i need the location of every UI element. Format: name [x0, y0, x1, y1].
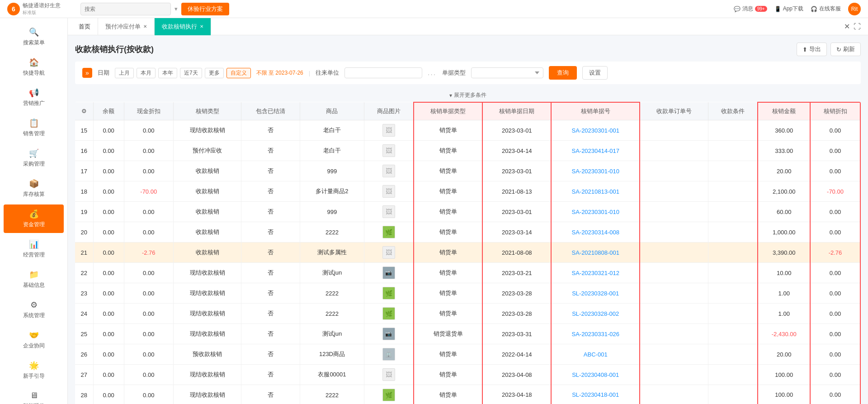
table-row[interactable]: 28 0.00 0.00 现结收款核销 否 2222 🌿 销货单 2023-04… [75, 385, 860, 404]
row-included: 否 [241, 283, 300, 304]
voucher-type-select[interactable] [471, 67, 543, 78]
row-voucher-no[interactable]: SL-20230328-001 [551, 283, 640, 304]
maximize-btn[interactable]: ⛶ [854, 23, 861, 31]
table-row[interactable]: 18 0.00 -70.00 收款核销 否 多计量商品2 🖼 销货单 2021-… [75, 181, 860, 202]
date-btn-last-month[interactable]: 上月 [115, 68, 134, 78]
row-balance: 0.00 [93, 385, 124, 404]
row-voucher-no[interactable]: SL-20230418-001 [551, 385, 640, 404]
row-writeoff-amount: 360.00 [758, 120, 810, 141]
table-row[interactable]: 26 0.00 0.00 预收款核销 否 123D商品 🏢 销货单 2022-0… [75, 344, 860, 365]
sidebar-item-operations[interactable]: 📊 经营管理 [4, 235, 64, 263]
expand-conditions-btn[interactable]: ▾ 展开更多条件 [449, 91, 486, 99]
row-voucher-no[interactable]: SL-20230328-002 [551, 304, 640, 324]
date-btn-7days[interactable]: 近7天 [180, 68, 202, 78]
sidebar-item-system[interactable]: ⚙ 系统管理 [4, 295, 64, 324]
voucher-no-link[interactable]: SA-20230331-026 [571, 331, 619, 337]
voucher-no-link[interactable]: SA-20230414-017 [571, 147, 619, 154]
row-voucher-report-type: 销货单 [414, 120, 482, 141]
table-row[interactable]: 15 0.00 0.00 现结收款核销 否 老白干 🖼 销货单 2023-03-… [75, 120, 860, 141]
row-voucher-no[interactable]: SA-20230314-008 [551, 222, 640, 242]
refresh-btn[interactable]: ↻ 刷新 [830, 43, 861, 56]
table-row[interactable]: 25 0.00 0.00 现结收款核销 否 测试jun 📷 销货退货单 2023… [75, 324, 860, 344]
sidebar-item-guide[interactable]: 🌟 新手引导 [4, 356, 64, 385]
row-voucher-date: 2022-04-14 [482, 344, 551, 365]
row-voucher-no[interactable]: SA-20210813-001 [551, 181, 640, 202]
date-btn-more[interactable]: 更多 [205, 68, 224, 78]
table-row[interactable]: 16 0.00 0.00 预付冲应收 否 老白干 🖼 销货单 2023-04-1… [75, 141, 860, 161]
chevron-down-icon: ▾ [175, 5, 178, 12]
row-voucher-no[interactable]: SA-20230301-010 [551, 161, 640, 181]
date-btn-this-year[interactable]: 本年 [158, 68, 177, 78]
row-included: 否 [241, 120, 300, 141]
table-row[interactable]: 21 0.00 -2.76 收款核销 否 测试多属性 🖼 销货单 2021-08… [75, 242, 860, 263]
online-service-btn[interactable]: 🎧 在线客服 [811, 5, 841, 13]
search-input[interactable] [80, 3, 171, 15]
row-writeoff-type: 预收款核销 [173, 344, 241, 365]
sidebar-item-basic[interactable]: 📁 基础信息 [4, 265, 64, 294]
row-voucher-no[interactable]: SA-20210808-001 [551, 242, 640, 263]
sidebar-label-quicknav: 快捷导航 [23, 69, 45, 77]
table-row[interactable]: 23 0.00 0.00 现结收款核销 否 2222 🌿 销货单 2023-03… [75, 283, 860, 304]
col-settings[interactable]: ⚙ [75, 102, 93, 120]
row-voucher-no[interactable]: SA-20230301-001 [551, 120, 640, 141]
export-btn[interactable]: ⬆ 导出 [797, 43, 827, 56]
row-voucher-no[interactable]: SA-20230414-017 [551, 141, 640, 161]
table-row[interactable]: 27 0.00 0.00 现结收款核销 否 衣服00001 🖼 销货单 2023… [75, 365, 860, 385]
close-window-btn[interactable]: ✕ [844, 22, 850, 31]
row-product: 测试jun [300, 263, 364, 283]
row-voucher-report-type: 销货单 [414, 365, 482, 385]
voucher-no-link[interactable]: SL-20230328-002 [572, 310, 619, 317]
voucher-no-link[interactable]: SL-20230408-001 [572, 371, 619, 378]
row-voucher-no[interactable]: ABC-001 [551, 344, 640, 365]
voucher-no-link[interactable]: SA-20210808-001 [571, 249, 619, 256]
row-voucher-no[interactable]: SA-20230331-026 [551, 324, 640, 344]
voucher-no-link[interactable]: SA-20230314-008 [571, 229, 619, 236]
app-download-btn[interactable]: 📱 App下载 [774, 5, 803, 13]
partner-input[interactable] [344, 67, 422, 78]
sidebar-item-search[interactable]: 🔍 搜索菜单 [4, 23, 64, 51]
table-row[interactable]: 24 0.00 0.00 现结收款核销 否 2222 🌿 销货单 2023-03… [75, 304, 860, 324]
service-icon: 🎧 [811, 6, 817, 12]
search-btn[interactable]: 查询 [549, 66, 577, 80]
sidebar-item-finance[interactable]: 💰 资金管理 [4, 204, 64, 233]
sidebar-item-quicknav[interactable]: 🏠 快捷导航 [4, 53, 64, 81]
sidebar-item-hardware[interactable]: 🖥 智能硬件 [4, 386, 64, 404]
voucher-no-link[interactable]: ABC-001 [584, 351, 608, 358]
date-btn-this-month[interactable]: 本月 [137, 68, 156, 78]
sidebar-item-collab[interactable]: 🤝 企业协同 [4, 326, 64, 354]
voucher-no-link[interactable]: SL-20230418-001 [572, 391, 619, 398]
table-row[interactable]: 17 0.00 0.00 收款核销 否 999 🖼 销货单 2023-03-01… [75, 161, 860, 181]
table-row[interactable]: 22 0.00 0.00 现结收款核销 否 测试jun 📷 销货单 2023-0… [75, 263, 860, 283]
tab-prepay-close[interactable]: ✕ [143, 24, 147, 29]
row-voucher-no[interactable]: SL-20230408-001 [551, 365, 640, 385]
voucher-no-link[interactable]: SA-20210813-001 [571, 188, 619, 195]
row-voucher-no[interactable]: SA-20230321-012 [551, 263, 640, 283]
sidebar-item-purchase[interactable]: 🛒 采购管理 [4, 144, 64, 172]
messages-btn[interactable]: 💬 消息 99+ [734, 5, 767, 13]
date-btn-custom[interactable]: 自定义 [226, 68, 251, 78]
tab-home[interactable]: 首页 [71, 18, 98, 35]
sidebar-item-sales[interactable]: 📋 销售管理 [4, 114, 64, 142]
tab-receipt[interactable]: 收款核销执行 ✕ [155, 18, 211, 35]
sidebar-item-inventory[interactable]: 📦 库存核算 [4, 174, 64, 203]
filter-settings-btn[interactable]: 设置 [582, 66, 608, 80]
page-content: 收款核销执行(按收款) ⬆ 导出 ↻ 刷新 » 日期 上月 [68, 35, 868, 404]
sidebar-item-marketing[interactable]: 📢 营销推广 [4, 83, 64, 112]
voucher-no-link[interactable]: SA-20230321-012 [571, 270, 619, 276]
voucher-no-link[interactable]: SA-20230301-010 [571, 209, 619, 215]
user-avatar[interactable]: Rit [848, 3, 861, 15]
tab-receipt-close[interactable]: ✕ [200, 24, 203, 29]
filter-toggle-btn[interactable]: » [82, 68, 92, 78]
tab-prepay[interactable]: 预付冲应付单 ✕ [98, 18, 155, 35]
voucher-no-link[interactable]: SA-20230301-010 [571, 168, 619, 175]
industry-btn[interactable]: 休验行业方案 [181, 3, 229, 15]
row-product-img: 🖼 [364, 181, 414, 202]
logo-text: 畅捷通谱好生意 [23, 2, 61, 10]
voucher-no-link[interactable]: SA-20230301-001 [571, 127, 619, 134]
row-voucher-no[interactable]: SA-20230301-010 [551, 202, 640, 222]
row-writeoff-amount: 20.00 [758, 344, 810, 365]
table-row[interactable]: 20 0.00 0.00 收款核销 否 2222 🌿 销货单 2023-03-1… [75, 222, 860, 242]
row-receipt-condition [708, 263, 758, 283]
table-row[interactable]: 19 0.00 0.00 收款核销 否 999 🖼 销货单 2023-03-01… [75, 202, 860, 222]
voucher-no-link[interactable]: SL-20230328-001 [572, 290, 619, 297]
